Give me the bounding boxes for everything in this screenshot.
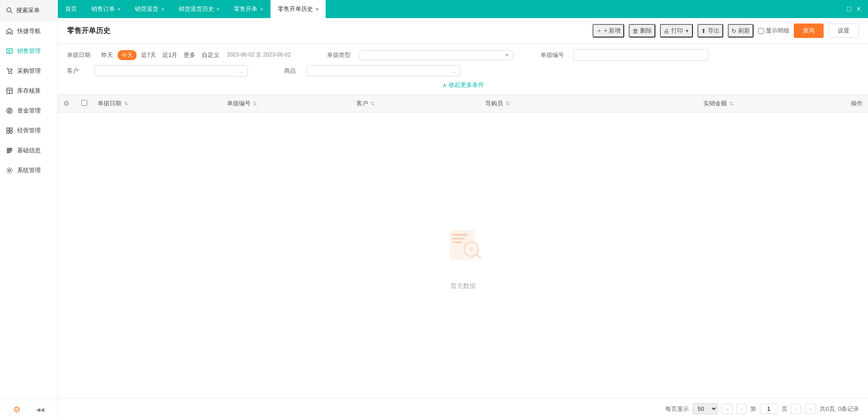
basic-icon <box>5 146 14 155</box>
th-customer-sort-icon[interactable]: ⇅ <box>370 101 375 106</box>
sidebar-item-label: 资金管理 <box>17 107 41 115</box>
filter-row-2: 客户 ... 商品 ... <box>67 65 859 76</box>
tab-sales-return-history[interactable]: 销货退货历史 × <box>171 0 227 18</box>
th-date: 单据日期 ⇅ <box>92 95 222 113</box>
type-dropdown-icon: ▼ <box>504 52 509 58</box>
export-icon: ⬆ <box>701 28 706 34</box>
sales-icon <box>5 47 14 55</box>
svg-rect-22 <box>452 241 462 243</box>
customer-input[interactable] <box>98 67 239 74</box>
date-opt-last7[interactable]: 近7天 <box>139 50 158 60</box>
svg-line-25 <box>476 254 480 258</box>
display-toggle[interactable]: 显示明细 <box>758 27 789 35</box>
per-page-label: 每页显示 <box>665 405 689 413</box>
page-content: 零售开单历史 ＋ + 新增 🗑 删除 🖨 打印 ▼ ⬆ 导出 <box>58 18 868 419</box>
number-input[interactable] <box>577 52 705 58</box>
tab-sales-return-history-label: 销货退货历史 <box>179 5 214 13</box>
query-button[interactable]: 查询 <box>794 24 824 38</box>
th-actual-amount-sort-icon[interactable]: ⇅ <box>729 101 733 106</box>
first-page-btn[interactable]: « <box>721 404 733 414</box>
collapse-sidebar-btn[interactable]: ◂◂ <box>36 405 44 414</box>
select-all-checkbox[interactable] <box>81 100 87 106</box>
page-title: 零售开单历史 <box>67 26 110 36</box>
sidebar-item-system-mgmt[interactable]: 系统管理 <box>0 160 57 180</box>
svg-point-26 <box>469 247 474 251</box>
date-options: 昨天 今天 近7天 近1月 更多 自定义 2023-06-02 至 2023-0… <box>100 50 291 60</box>
date-opt-more[interactable]: 更多 <box>182 50 197 60</box>
page-actions: ＋ + 新增 🗑 删除 🖨 打印 ▼ ⬆ 导出 ↻ <box>593 24 859 38</box>
th-date-sort-icon[interactable]: ⇅ <box>124 101 128 106</box>
svg-point-0 <box>7 8 11 12</box>
tab-retail-open[interactable]: 零售开单 × <box>227 0 270 18</box>
svg-rect-20 <box>452 234 468 236</box>
window-restore-btn[interactable]: □ <box>845 3 853 15</box>
date-opt-custom[interactable]: 自定义 <box>200 50 221 60</box>
sidebar-bottom: ⚙ ◂◂ <box>0 400 57 419</box>
svg-rect-14 <box>10 128 12 130</box>
print-button[interactable]: 🖨 打印 ▼ <box>660 24 693 38</box>
goods-ellipsis-btn[interactable]: ... <box>451 67 456 74</box>
sidebar-item-operations[interactable]: 经营管理 <box>0 121 57 141</box>
ops-icon <box>5 127 14 135</box>
sidebar-item-inventory[interactable]: 库存核算 <box>0 81 57 101</box>
display-checkbox[interactable] <box>758 28 764 34</box>
goods-input-wrap: ... <box>307 65 460 76</box>
svg-point-5 <box>9 73 9 74</box>
per-page-select[interactable]: 50 10 20 100 <box>693 403 718 414</box>
sidebar-item-label: 系统管理 <box>17 166 41 174</box>
table-settings-icon[interactable]: ⚙ <box>63 99 69 107</box>
sidebar-nav: 快捷导航 销售管理 采购管理 <box>0 21 57 400</box>
tab-sales-return-history-close[interactable]: × <box>217 6 219 12</box>
goods-input[interactable] <box>311 67 451 74</box>
tab-retail-open-history[interactable]: 零售开单历史 × <box>270 0 326 18</box>
collapse-filter-label: 收起更多条件 <box>449 81 484 89</box>
tab-sales-return-close[interactable]: × <box>161 6 164 12</box>
page-number-input[interactable] <box>760 404 778 414</box>
delete-button[interactable]: 🗑 删除 <box>629 24 655 38</box>
settings-btn[interactable]: ⚙ <box>13 405 20 414</box>
goods-filter-label: 商品 <box>284 67 296 75</box>
top-nav: 首页 销售订单 × 销货退货 × 销货退货历史 × 零售开单 × 零售开单历史 … <box>58 0 868 18</box>
add-button[interactable]: ＋ + 新增 <box>593 24 624 38</box>
window-close-btn[interactable]: × <box>855 3 863 15</box>
prev-page-btn[interactable]: ‹ <box>736 404 746 414</box>
refresh-button[interactable]: ↻ 刷新 <box>728 24 754 38</box>
sidebar: 搜索采单 快捷导航 销售管理 <box>0 0 58 419</box>
page-word-after: 页 <box>782 405 787 413</box>
collapse-filter-btn[interactable]: ∧ 收起更多条件 <box>67 81 859 89</box>
home-icon <box>5 27 14 35</box>
tab-sales-return[interactable]: 销货退货 × <box>128 0 171 18</box>
date-opt-today[interactable]: 今天 <box>118 50 137 60</box>
customer-ellipsis-btn[interactable]: ... <box>239 67 244 74</box>
top-nav-right: □ × <box>845 3 868 15</box>
sidebar-item-sales-mgmt[interactable]: 销售管理 <box>0 41 57 61</box>
tab-home[interactable]: 首页 <box>58 0 84 18</box>
tab-retail-open-close[interactable]: × <box>260 6 263 12</box>
sidebar-item-finance[interactable]: 资金管理 <box>0 101 57 121</box>
tab-retail-open-history-label: 零售开单历史 <box>278 5 313 13</box>
type-select[interactable]: ▼ <box>360 50 513 60</box>
th-number-sort-icon[interactable]: ⇅ <box>253 101 257 106</box>
page-header: 零售开单历史 ＋ + 新增 🗑 删除 🖨 打印 ▼ ⬆ 导出 <box>58 18 868 44</box>
sidebar-item-basic-info[interactable]: 基础信息 <box>0 141 57 160</box>
tab-sales-order[interactable]: 销售订单 × <box>84 0 128 18</box>
export-button[interactable]: ⬆ 导出 <box>697 24 723 38</box>
svg-rect-2 <box>7 49 12 53</box>
sidebar-item-quick-nav[interactable]: 快捷导航 <box>0 21 57 41</box>
th-salesperson-sort-icon[interactable]: ⇅ <box>506 101 510 106</box>
settings-button[interactable]: 设置 <box>828 24 859 38</box>
sidebar-item-label: 快捷导航 <box>17 27 41 35</box>
finance-icon <box>5 107 14 115</box>
tab-sales-order-close[interactable]: × <box>118 6 120 12</box>
tab-sales-return-label: 销货退货 <box>135 5 158 13</box>
next-page-btn[interactable]: › <box>791 404 801 414</box>
last-page-btn[interactable]: » <box>805 404 816 414</box>
sidebar-search[interactable]: 搜索采单 <box>0 0 57 21</box>
empty-text-label: 暂无数据 <box>451 282 476 290</box>
date-opt-yesterday[interactable]: 昨天 <box>100 50 115 60</box>
date-opt-last-month[interactable]: 近1月 <box>161 50 179 60</box>
total-label: 共0页, 0条记录 <box>820 405 859 413</box>
tab-retail-open-history-close[interactable]: × <box>316 6 318 12</box>
sidebar-item-purchase-mgmt[interactable]: 采购管理 <box>0 61 57 81</box>
pagination: 每页显示 50 10 20 100 « ‹ 第 页 › » 共0页, 0条记录 <box>58 398 868 419</box>
